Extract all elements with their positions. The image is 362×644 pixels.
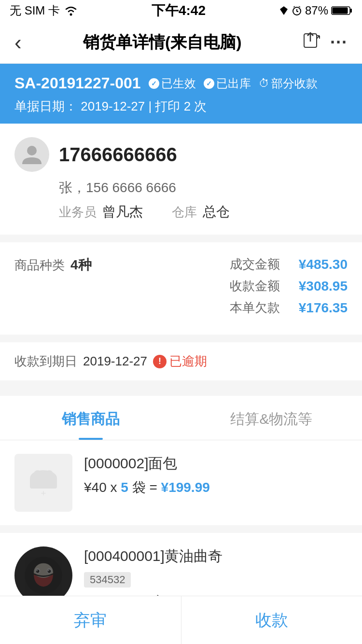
collection-label: 收款金额 <box>230 278 280 294</box>
check-icon: ✓ <box>149 78 159 89</box>
tabs-section: 销售商品 结算&物流等 <box>0 396 362 440</box>
cancel-review-button[interactable]: 弃审 <box>0 596 181 644</box>
svg-point-26 <box>36 570 38 572</box>
price-equals-1: = <box>149 480 161 495</box>
customer-phone: 17666666666 <box>59 144 177 166</box>
battery-icon <box>331 5 352 16</box>
svg-rect-16 <box>30 477 57 489</box>
tab-products[interactable]: 销售商品 <box>0 396 181 440</box>
share-icon <box>303 32 320 49</box>
person-icon <box>20 143 43 166</box>
product-name-1: [0000002]面包 <box>84 454 348 474</box>
more-button[interactable]: ··· <box>330 32 348 53</box>
tab-settlement[interactable]: 结算&物流等 <box>181 396 362 440</box>
due-date-section: 收款到期日 2019-12-27 ! 已逾期 <box>0 342 362 380</box>
tab-products-label: 销售商品 <box>62 411 120 427</box>
customer-avatar <box>14 137 49 172</box>
warehouse-value: 总仓 <box>203 203 230 221</box>
tab-settlement-label: 结算&物流等 <box>230 411 312 427</box>
product-type-value: 4种 <box>70 256 92 274</box>
battery-text: 87% <box>305 4 328 17</box>
stats-left: 商品种类 4种 <box>14 256 92 276</box>
customer-meta: 业务员 曾凡杰 仓库 总仓 <box>14 203 348 221</box>
sales-person: 业务员 曾凡杰 <box>59 203 143 221</box>
badge-shipped: ✓ 已出库 <box>204 76 251 91</box>
share-button[interactable] <box>303 32 320 53</box>
svg-rect-7 <box>350 9 352 13</box>
nav-bar: ‹ 销货单详情(来自电脑) ··· <box>0 21 362 64</box>
collection-value: ¥308.95 <box>290 279 348 294</box>
order-id: SA-20191227-001 <box>14 74 141 92</box>
price-total-1: ¥199.99 <box>161 480 210 495</box>
price-qty-1: 5 <box>121 480 128 495</box>
alarm-icon <box>292 5 302 16</box>
overdue-text: 已逾期 <box>169 353 207 370</box>
product-name-2: [000400001]黄油曲奇 <box>84 546 348 566</box>
debt-value: ¥176.35 <box>290 300 348 316</box>
svg-line-4 <box>293 6 295 7</box>
order-date: 单据日期： 2019-12-27 | 打印 2 次 <box>14 98 348 115</box>
status-time: 下午4:42 <box>152 1 206 20</box>
stats-section: 商品种类 4种 成交金额 ¥485.30 收款金额 ¥308.95 本单欠款 ¥… <box>0 242 362 335</box>
page-title: 销货单详情(来自电脑) <box>83 31 242 54</box>
product-image-ninja <box>24 556 63 595</box>
customer-name-phone: 张，156 6666 6666 <box>14 179 348 197</box>
product-type-stat: 商品种类 4种 <box>14 256 92 274</box>
stats-right: 成交金额 ¥485.30 收款金额 ¥308.95 本单欠款 ¥176.35 <box>230 256 348 321</box>
status-left: 无 SIM 卡 <box>10 3 78 18</box>
warehouse-label: 仓库 <box>172 204 197 221</box>
warehouse: 仓库 总仓 <box>172 203 230 221</box>
product-type-label: 商品种类 <box>14 257 65 274</box>
svg-point-24 <box>36 570 40 573</box>
product-tag-2: 534532 <box>84 572 131 588</box>
svg-line-5 <box>299 6 300 7</box>
clock-icon: ⏱ <box>259 77 269 90</box>
product-price-1: ¥40 x 5 袋 = ¥199.99 <box>84 478 348 497</box>
price-multiply-1: x <box>111 480 121 495</box>
bottom-bar: 弃审 收款 <box>0 596 362 644</box>
sales-value: 曾凡杰 <box>102 203 143 221</box>
product-image-1: + <box>14 454 72 512</box>
badge-shipped-label: 已出库 <box>216 76 251 91</box>
status-right: 87% <box>279 4 352 17</box>
svg-rect-8 <box>332 8 348 14</box>
order-badges: ✓ 已生效 ✓ 已出库 ⏱ 部分收款 <box>149 76 318 91</box>
date-label: 单据日期： <box>14 99 77 113</box>
collect-payment-button[interactable]: 收款 <box>181 596 362 644</box>
location-icon <box>279 5 289 16</box>
sales-label: 业务员 <box>59 204 97 221</box>
price-base-1: ¥40 <box>84 480 107 495</box>
check-icon-2: ✓ <box>204 78 214 89</box>
nav-actions: ··· <box>303 32 348 53</box>
overdue-icon: ! <box>153 355 167 368</box>
badge-activated-label: 已生效 <box>161 76 196 91</box>
list-item: + [0000002]面包 ¥40 x 5 袋 = ¥199.99 <box>0 440 362 525</box>
overdue-badge: ! 已逾期 <box>153 353 207 370</box>
svg-point-14 <box>27 146 37 155</box>
wifi-icon <box>64 5 78 16</box>
product-placeholder-icon: + <box>24 463 63 502</box>
back-button[interactable]: ‹ <box>14 30 22 55</box>
date-value: 2019-12-27 <box>81 99 145 113</box>
customer-section: 17666666666 张，156 6666 6666 业务员 曾凡杰 仓库 总… <box>0 124 362 235</box>
svg-text:+: + <box>41 489 46 498</box>
collect-payment-label: 收款 <box>255 609 288 631</box>
cancel-review-label: 弃审 <box>74 609 107 631</box>
due-date-label: 收款到期日 <box>14 353 77 370</box>
signal-text: 无 SIM 卡 <box>10 3 60 18</box>
order-header: SA-20191227-001 ✓ 已生效 ✓ 已出库 ⏱ 部分收款 单据日期：… <box>0 64 362 124</box>
svg-point-18 <box>45 470 53 478</box>
deal-amount-value: ¥485.30 <box>290 257 348 272</box>
section-divider <box>0 388 362 396</box>
svg-point-17 <box>34 470 42 478</box>
svg-point-0 <box>70 14 72 16</box>
debt-label: 本单欠款 <box>230 299 280 316</box>
due-date-value: 2019-12-27 <box>83 354 147 369</box>
deal-amount-row: 成交金额 ¥485.30 <box>230 256 348 273</box>
price-unit-1: 袋 <box>132 480 146 495</box>
product-info-1: [0000002]面包 ¥40 x 5 袋 = ¥199.99 <box>84 454 348 497</box>
badge-activated: ✓ 已生效 <box>149 76 196 91</box>
deal-amount-label: 成交金额 <box>230 256 280 273</box>
svg-point-27 <box>48 570 49 572</box>
print-info: | 打印 2 次 <box>148 99 207 113</box>
